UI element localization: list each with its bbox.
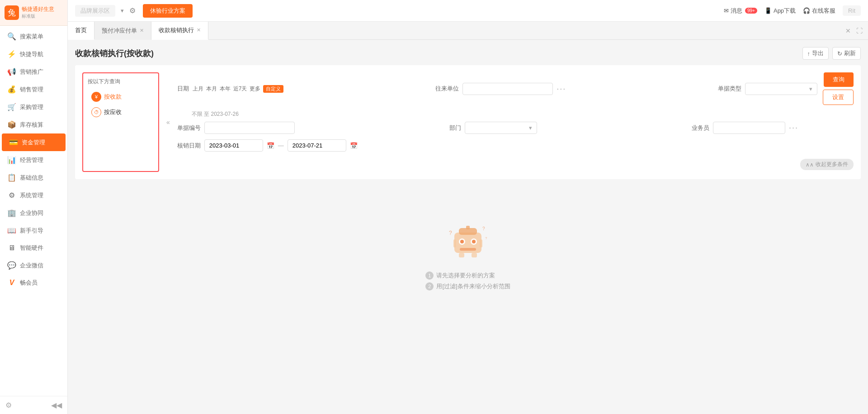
query-row-3: 核销日期 📅 — 📅 xyxy=(177,139,854,152)
date-label: 日期 xyxy=(177,85,189,93)
collapse-icon: ∧∧ xyxy=(806,162,814,168)
date-custom-badge[interactable]: 自定义 xyxy=(263,85,283,93)
writeoff-date-field: 核销日期 📅 — 📅 xyxy=(177,139,358,152)
svg-text:?: ? xyxy=(482,226,485,231)
staff-input[interactable] xyxy=(713,122,785,134)
date-this-year[interactable]: 本年 xyxy=(220,85,231,93)
query-filter-box: 按以下方查询 ¥ 按收款 ⏱ 按应收 xyxy=(82,72,159,172)
counterparty-dots-icon[interactable]: ··· xyxy=(557,84,566,94)
filter-by-receivable[interactable]: ⏱ 按应收 xyxy=(88,105,154,120)
sidebar-item-finance[interactable]: 💳 资金管理 xyxy=(2,133,66,151)
collapse-more-area: ∧∧ 收起更多条件 xyxy=(177,157,854,172)
marketing-icon: 📢 xyxy=(7,67,16,76)
sidebar-item-basic-info[interactable]: 📋 基础信息 xyxy=(0,169,67,186)
tab-prepay-label: 预付冲应付单 xyxy=(102,27,137,35)
query-panel: 按以下方查询 ¥ 按收款 ⏱ 按应收 « 日期 xyxy=(75,65,861,179)
business-icon: 📊 xyxy=(7,156,16,164)
collapse-more-button[interactable]: ∧∧ 收起更多条件 xyxy=(800,159,854,170)
writeoff-date-start-calendar-icon[interactable]: 📅 xyxy=(267,142,274,149)
writeoff-date-start-input[interactable] xyxy=(204,139,263,152)
page-header: 收款核销执行(按收款) ↑ 导出 ↻ 刷新 xyxy=(75,47,861,60)
dept-select[interactable]: ▾ xyxy=(465,122,537,134)
sidebar-item-quick-nav[interactable]: ⚡ 快捷导航 xyxy=(0,45,67,63)
app-download-button[interactable]: 📱 App下载 xyxy=(764,7,796,15)
date-last-month[interactable]: 上月 xyxy=(193,85,203,93)
sidebar: 兔 畅捷通好生意 标准版 🔍 搜索菜单 ⚡ 快捷导航 📢 营销推广 💰 销售管理… xyxy=(0,0,68,414)
sidebar-item-member[interactable]: V 畅会员 xyxy=(0,274,67,291)
refresh-button[interactable]: ↻ 刷新 xyxy=(832,47,861,60)
staff-dots-icon[interactable]: ··· xyxy=(789,123,798,133)
enterprise-icon: 🏢 xyxy=(7,209,16,217)
sidebar-item-label: 经营管理 xyxy=(20,156,43,164)
topbar: 品牌展示区 ▾ ⚙ 休验行业方案 ✉ 消息 99+ 📱 App下载 🎧 在线客服… xyxy=(68,0,868,22)
online-service-button[interactable]: 🎧 在线客服 xyxy=(803,7,835,15)
query-button[interactable]: 查询 xyxy=(824,72,854,87)
message-button[interactable]: ✉ 消息 99+ xyxy=(724,7,757,15)
sidebar-bottom: ⚙ ◀◀ xyxy=(0,396,67,414)
tab-receipt[interactable]: 收款核销执行 ✕ xyxy=(151,22,208,40)
doc-type-dropdown-icon: ▾ xyxy=(809,86,812,92)
tab-prepay[interactable]: 预付冲应付单 ✕ xyxy=(94,22,151,40)
sidebar-item-label: 库存核算 xyxy=(20,121,43,129)
topbar-dropdown-icon[interactable]: ▾ xyxy=(121,7,124,14)
guide-icon: 📖 xyxy=(7,226,16,235)
service-icon: 🎧 xyxy=(803,7,810,14)
staff-field: 业务员 ··· xyxy=(692,122,798,134)
empty-state-illustration: ? ? ? xyxy=(445,219,491,264)
doc-no-input[interactable] xyxy=(204,122,295,134)
tab-prepay-close-icon[interactable]: ✕ xyxy=(140,28,144,33)
tab-receipt-close-icon[interactable]: ✕ xyxy=(197,27,201,33)
writeoff-date-range: 📅 — 📅 xyxy=(204,139,358,152)
query-form: 日期 上月 本月 本年 近7天 更多 自定义 往来单位 xyxy=(177,72,854,172)
receivable-filter-icon: ⏱ xyxy=(91,107,101,117)
settings-button[interactable]: 设置 xyxy=(823,90,854,105)
date-no-limit: 不限 至 2023-07-26 xyxy=(192,111,239,117)
writeoff-date-end-input[interactable] xyxy=(288,139,346,152)
date-this-month[interactable]: 本月 xyxy=(206,85,217,93)
writeoff-date-label: 核销日期 xyxy=(177,142,201,150)
svg-rect-9 xyxy=(480,239,482,247)
sidebar-logo: 兔 畅捷通好生意 标准版 xyxy=(0,0,67,26)
sidebar-item-guide[interactable]: 📖 新手引导 xyxy=(0,222,67,239)
industry-solution-button[interactable]: 休验行业方案 xyxy=(143,4,193,18)
date-7days[interactable]: 近7天 xyxy=(233,85,247,93)
sidebar-item-wechat[interactable]: 💬 企业微信 xyxy=(0,257,67,274)
filter-collapse-icon[interactable]: « xyxy=(165,119,172,126)
tab-home[interactable]: 首页 xyxy=(68,22,94,40)
settings-icon[interactable]: ⚙ xyxy=(5,401,12,409)
counterparty-input[interactable] xyxy=(462,83,553,95)
sidebar-item-label: 基础信息 xyxy=(20,174,43,182)
date-field: 日期 上月 本月 本年 近7天 更多 自定义 xyxy=(177,85,284,93)
sidebar-item-search-menu[interactable]: 🔍 搜索菜单 xyxy=(0,28,67,45)
svg-rect-8 xyxy=(453,239,456,247)
page-title: 收款核销执行(按收款) xyxy=(75,48,154,59)
app-download-icon: 📱 xyxy=(764,7,772,14)
svg-point-6 xyxy=(472,240,476,243)
tab-expand-icon[interactable]: ⛶ xyxy=(854,25,864,36)
topbar-user[interactable]: Rit xyxy=(843,5,861,16)
export-button[interactable]: ↑ 导出 xyxy=(802,47,829,60)
dept-dropdown-icon: ▾ xyxy=(529,124,532,131)
sidebar-item-label: 采购管理 xyxy=(20,103,43,111)
sidebar-item-label: 快捷导航 xyxy=(20,50,43,58)
sidebar-item-system[interactable]: ⚙ 系统管理 xyxy=(0,186,67,204)
sidebar-item-marketing[interactable]: 📢 营销推广 xyxy=(0,63,67,81)
sidebar-item-label: 系统管理 xyxy=(20,191,43,200)
sidebar-item-enterprise[interactable]: 🏢 企业协同 xyxy=(0,204,67,222)
date-more[interactable]: 更多 xyxy=(250,85,260,93)
writeoff-date-end-calendar-icon[interactable]: 📅 xyxy=(350,142,358,149)
collapse-sidebar-icon[interactable]: ◀◀ xyxy=(51,401,62,409)
sidebar-item-sales[interactable]: 💰 销售管理 xyxy=(0,81,67,98)
date-links: 上月 本月 本年 近7天 更多 自定义 xyxy=(193,85,284,93)
sidebar-item-business[interactable]: 📊 经营管理 xyxy=(0,151,67,169)
sales-icon: 💰 xyxy=(7,85,16,94)
filter-by-receipt[interactable]: ¥ 按收款 xyxy=(88,89,154,105)
sidebar-item-inventory[interactable]: 📦 库存核算 xyxy=(0,116,67,133)
empty-state: ? ? ? 1 请先选择要分析的方案 2 用[过滤]条件来缩小分析范围 xyxy=(75,183,861,329)
doc-type-select[interactable]: ▾ xyxy=(745,83,817,95)
topbar-gear-icon[interactable]: ⚙ xyxy=(129,6,136,15)
sidebar-item-hardware[interactable]: 🖥 智能硬件 xyxy=(0,239,67,257)
sidebar-item-purchase[interactable]: 🛒 采购管理 xyxy=(0,98,67,116)
tab-close-all-icon[interactable]: ✕ xyxy=(844,25,853,36)
counterparty-label: 往来单位 xyxy=(435,85,459,93)
